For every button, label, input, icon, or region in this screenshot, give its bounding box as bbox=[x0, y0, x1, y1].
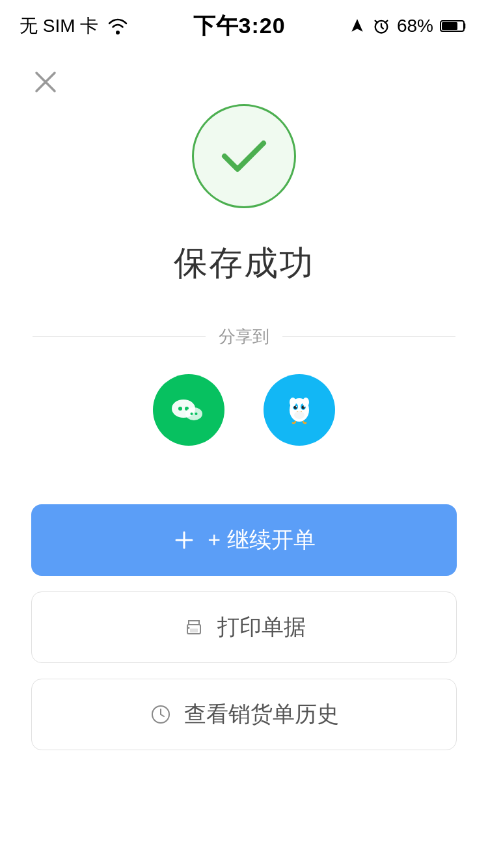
share-label: 分享到 bbox=[206, 325, 282, 348]
checkmark-icon bbox=[215, 127, 273, 185]
actions-section: + 继续开单 打印单据 查看销货单历史 bbox=[0, 504, 488, 750]
wechat-icon bbox=[168, 389, 210, 431]
clock-icon bbox=[149, 703, 172, 726]
wifi-icon bbox=[106, 18, 129, 34]
history-label: 查看销货单历史 bbox=[184, 699, 339, 729]
share-icons-row bbox=[153, 374, 335, 446]
svg-point-20 bbox=[303, 398, 309, 407]
svg-point-10 bbox=[195, 413, 198, 415]
svg-point-19 bbox=[290, 398, 296, 407]
battery-percent: 68% bbox=[397, 16, 433, 36]
status-bar: 无 SIM 卡 下午3:20 68% bbox=[0, 0, 488, 52]
qq-share-button[interactable] bbox=[264, 374, 335, 446]
divider-right bbox=[282, 336, 455, 337]
svg-point-18 bbox=[294, 411, 305, 419]
history-button[interactable]: 查看销货单历史 bbox=[31, 679, 457, 750]
printer-icon bbox=[182, 616, 206, 639]
divider-left bbox=[33, 336, 206, 337]
status-right: 68% bbox=[349, 16, 468, 36]
divider-row: 分享到 bbox=[0, 325, 488, 348]
carrier-label: 无 SIM 卡 bbox=[20, 14, 98, 38]
svg-point-6 bbox=[178, 407, 182, 411]
qq-icon bbox=[278, 389, 320, 431]
svg-point-25 bbox=[188, 627, 190, 629]
success-circle bbox=[192, 104, 296, 208]
status-left: 无 SIM 卡 bbox=[20, 14, 129, 38]
battery-icon bbox=[440, 18, 468, 34]
alarm-icon bbox=[372, 17, 390, 35]
svg-rect-24 bbox=[190, 629, 198, 632]
print-label: 打印单据 bbox=[217, 612, 306, 642]
plus-icon bbox=[172, 528, 196, 552]
main-content: 保存成功 分享到 bbox=[0, 52, 488, 750]
close-button[interactable] bbox=[26, 62, 65, 102]
svg-point-8 bbox=[185, 407, 202, 420]
print-button[interactable]: 打印单据 bbox=[31, 591, 457, 663]
continue-label: + 继续开单 bbox=[208, 525, 315, 555]
svg-point-14 bbox=[296, 406, 297, 407]
continue-button[interactable]: + 继续开单 bbox=[31, 504, 457, 576]
success-title: 保存成功 bbox=[174, 241, 314, 286]
status-time: 下午3:20 bbox=[193, 11, 286, 41]
wechat-share-button[interactable] bbox=[153, 374, 224, 446]
svg-rect-2 bbox=[442, 22, 457, 30]
share-section: 分享到 bbox=[0, 325, 488, 446]
svg-point-9 bbox=[191, 413, 193, 415]
location-icon bbox=[349, 18, 366, 34]
